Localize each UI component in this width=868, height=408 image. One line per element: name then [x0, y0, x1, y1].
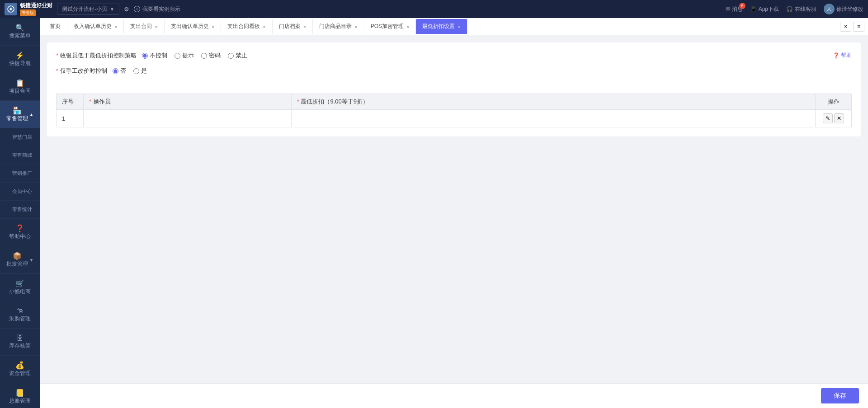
sidebar-item-marketing[interactable]: 营销推广	[0, 164, 40, 183]
circle-icon: ○	[134, 6, 140, 12]
close-store-file-tab[interactable]: ×	[303, 24, 306, 29]
demo-link[interactable]: ○ 我要看实例演示	[134, 5, 180, 13]
radio-no-label: 否	[120, 67, 126, 75]
sidebar-item-ecommerce[interactable]: 🛒 小畅电商	[0, 274, 40, 301]
tab-store-file[interactable]: 门店档案 ×	[273, 19, 313, 34]
phone-icon: 📱	[750, 6, 757, 12]
app-download-label: App下载	[759, 5, 779, 13]
edit-row-button[interactable]: ✎	[823, 113, 833, 123]
question-icon: ❓	[833, 52, 840, 59]
online-service-button[interactable]: 🎧 在线客服	[786, 5, 816, 13]
pro-badge: 专业版	[20, 9, 36, 16]
save-button[interactable]: 保存	[821, 388, 859, 403]
cell-min-discount	[291, 110, 815, 127]
settings-card: 收银员低于最低折扣控制策略 不控制 提示	[47, 42, 861, 136]
project-selector[interactable]: 测试分开流程-小贝 ▼	[57, 4, 119, 15]
gear-icon: ⚙	[124, 6, 129, 13]
sidebar-item-search[interactable]: 🔍 搜索菜单	[0, 18, 40, 46]
radio-forbid-input[interactable]	[228, 53, 234, 59]
sidebar-item-finance[interactable]: 💰 资金管理	[0, 356, 40, 383]
more-tabs-button[interactable]: ≡	[853, 22, 864, 32]
bottom-bar: 保存	[40, 383, 868, 408]
app-name: 畅捷通好业财	[20, 2, 52, 9]
radio-yes-input[interactable]	[133, 68, 139, 74]
section-divider	[56, 86, 852, 86]
sidebar-item-inventory[interactable]: 🗄 库存核算	[0, 328, 40, 356]
radio-forbid-label: 禁止	[236, 52, 247, 60]
cell-operator	[84, 110, 292, 127]
collapse-arrow-icon: ▼	[29, 258, 34, 263]
close-pay-contract-tab[interactable]: ×	[155, 24, 157, 29]
tab-home[interactable]: 首页	[43, 19, 67, 34]
radio-no[interactable]: 否	[113, 67, 126, 75]
user-menu-button[interactable]: 人 徐泽华修改	[824, 4, 863, 14]
tab-income-confirm[interactable]: 收入确认单历史 ×	[67, 19, 124, 34]
message-badge: 8	[739, 3, 745, 9]
dropdown-arrow-icon: ▼	[110, 7, 114, 12]
cashier-policy-radio-group: 不控制 提示 密码	[142, 52, 247, 60]
expand-arrow-icon: ▲	[29, 112, 34, 117]
cell-seq: 1	[57, 110, 84, 127]
radio-prompt[interactable]: 提示	[175, 52, 194, 60]
close-min-discount-tab[interactable]: ×	[458, 24, 460, 29]
sidebar-item-help-center[interactable]: ❓ 帮助中心	[0, 219, 40, 246]
user-name: 徐泽华修改	[836, 5, 863, 13]
radio-prompt-label: 提示	[182, 52, 194, 60]
close-income-confirm-tab[interactable]: ×	[114, 24, 117, 29]
sidebar-item-retail-mgmt[interactable]: 🏪 零售管理 ▲	[0, 101, 40, 128]
radio-no-input[interactable]	[113, 68, 118, 74]
radio-password[interactable]: 密码	[201, 52, 221, 60]
sidebar-item-purchase-mgmt[interactable]: 🛍 采购管理	[0, 301, 40, 328]
app-download-button[interactable]: 📱 App下载	[750, 5, 779, 13]
close-pos-password-tab[interactable]: ×	[406, 24, 409, 29]
sidebar-item-project-contract[interactable]: 📋 项目合同	[0, 73, 40, 101]
manual-price-row: 仅手工改价时控制 否 是	[56, 67, 247, 75]
tab-pay-contract[interactable]: 支出合同 ×	[124, 19, 164, 34]
close-tab-button[interactable]: ×	[840, 22, 851, 32]
col-min-discount: * 最低折扣（9.00等于9折）	[291, 94, 815, 110]
message-button[interactable]: ✉ 消息 8	[726, 5, 743, 13]
radio-yes-label: 是	[141, 67, 147, 75]
close-pay-contract-board-tab[interactable]: ×	[263, 24, 265, 29]
tab-min-discount[interactable]: 最低折扣设置 ×	[416, 19, 467, 34]
sidebar-item-wholesale-mgmt[interactable]: 📦 批发管理 ▼	[0, 246, 40, 274]
page-content: 收银员低于最低折扣控制策略 不控制 提示	[40, 35, 868, 383]
col-action: 操作	[816, 94, 852, 110]
sidebar-item-ledger[interactable]: 📒 总账管理	[0, 383, 40, 408]
radio-password-label: 密码	[209, 52, 221, 60]
col-operator: * 操作员	[84, 94, 292, 110]
tab-pay-confirm[interactable]: 支出确认单历史 ×	[165, 19, 221, 34]
settings-button[interactable]: ⚙	[124, 6, 129, 13]
radio-no-control-label: 不控制	[150, 52, 167, 60]
table-row: 1 ✎ ✕	[57, 110, 852, 127]
sidebar-item-quick-nav[interactable]: ⚡ 快捷导航	[0, 46, 40, 73]
radio-password-input[interactable]	[201, 53, 207, 59]
project-name: 测试分开流程-小贝	[62, 5, 107, 13]
sidebar-item-retail-stats[interactable]: 零售统计	[0, 201, 40, 219]
help-link[interactable]: ❓ 帮助	[833, 52, 852, 59]
radio-forbid[interactable]: 禁止	[228, 52, 247, 60]
app-logo: 畅捷通好业财 专业版	[5, 2, 52, 16]
close-store-products-tab[interactable]: ×	[354, 24, 357, 29]
discount-table: 序号 * 操作员 * 最低折扣（9.00等于9折） 操作	[56, 94, 852, 127]
sidebar-item-member-center[interactable]: 会员中心	[0, 183, 40, 201]
headset-icon: 🎧	[786, 6, 793, 12]
topbar: 畅捷通好业财 专业版 测试分开流程-小贝 ▼ ⚙ ○ 我要看实例演示 ✉ 消息 …	[0, 0, 868, 18]
manual-price-radio-group: 否 是	[113, 67, 147, 75]
radio-yes[interactable]: 是	[133, 67, 147, 75]
cell-action: ✎ ✕	[816, 110, 852, 127]
tab-store-products[interactable]: 门店商品目录 ×	[313, 19, 364, 34]
radio-no-control[interactable]: 不控制	[142, 52, 167, 60]
radio-prompt-input[interactable]	[175, 53, 180, 59]
cashier-policy-label: 收银员低于最低折扣控制策略	[56, 52, 137, 60]
delete-row-button[interactable]: ✕	[834, 113, 844, 123]
tabbar-controls: × ≡	[840, 22, 864, 32]
tabbar: 首页 收入确认单历史 × 支出合同 × 支出确认单历史 × 支出合同看板 × 门…	[40, 18, 868, 35]
sidebar-item-retail-mall[interactable]: 零售商城	[0, 146, 40, 164]
tab-pay-contract-board[interactable]: 支出合同看板 ×	[221, 19, 272, 34]
close-pay-confirm-tab[interactable]: ×	[212, 24, 214, 29]
content-area: 首页 收入确认单历史 × 支出合同 × 支出确认单历史 × 支出合同看板 × 门…	[40, 18, 868, 408]
sidebar-item-smart-store[interactable]: 智慧门店	[0, 128, 40, 146]
radio-no-control-input[interactable]	[142, 53, 148, 59]
tab-pos-password[interactable]: POS加密管理 ×	[364, 19, 416, 34]
